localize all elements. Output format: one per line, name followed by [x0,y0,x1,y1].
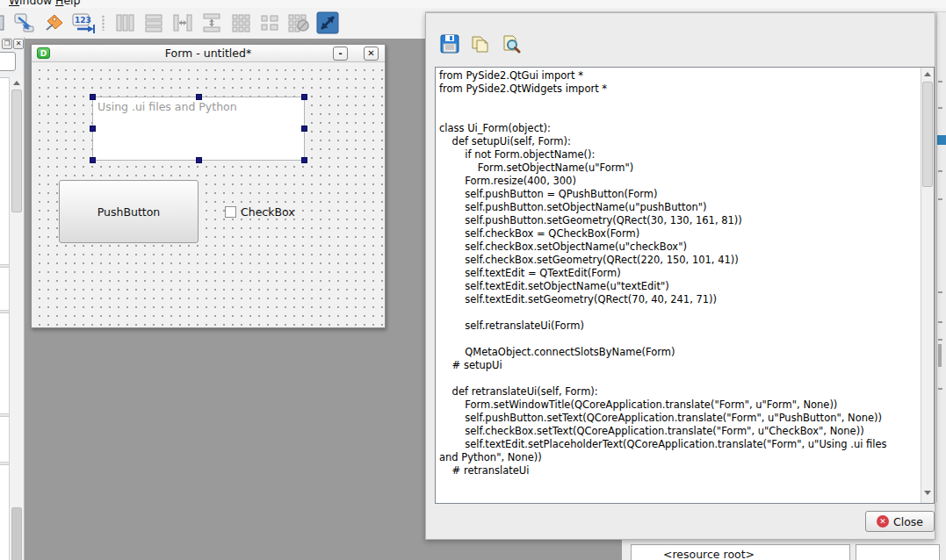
form-minimize-button[interactable]: - [333,47,348,61]
widget-category-divider [0,264,9,268]
menu-bar: Window Help [0,0,946,8]
edit-buddies-button[interactable] [42,11,67,35]
layout-splitter-vertical-icon [201,12,222,33]
designer-form-icon: D [37,47,50,59]
layout-form-button[interactable] [257,11,282,35]
resize-handle-nw[interactable] [90,94,96,100]
form-canvas[interactable]: Using .ui files and Python PushButton Ch… [32,62,385,327]
textedit-widget[interactable]: Using .ui files and Python [92,97,305,161]
close-button-icon: ✕ [877,515,889,528]
resize-handle-w[interactable] [90,126,96,132]
property-editor-sliver [936,12,946,502]
adjust-size-icon [316,11,339,34]
main-toolbar: 123 [0,8,425,39]
checkbox-indicator[interactable] [225,206,236,218]
layout-vertical-button[interactable] [141,11,166,35]
resize-handle-e[interactable] [301,126,307,132]
edit-widgets-icon [0,12,5,33]
pushbutton-label: PushButton [97,205,161,219]
scrollbar-track-end [11,507,22,560]
find-icon [501,34,522,54]
resize-handle-se[interactable] [301,157,307,163]
find-button[interactable] [500,32,523,55]
resize-handle-ne[interactable] [301,94,307,100]
code-view[interactable]: from PySide2.QtGui import * from PySide2… [435,67,935,504]
widget-list[interactable] [0,77,9,560]
edit-widgets-button[interactable] [0,11,7,35]
scroll-up-icon[interactable] [13,81,20,85]
edit-buddies-icon [44,12,65,33]
copy-icon [470,34,491,54]
layout-splitter-horizontal-button[interactable] [170,11,195,35]
edit-tab-order-button[interactable]: 123 [71,11,96,35]
menu-window[interactable]: Window [9,0,52,7]
edit-tab-order-icon: 123 [72,12,95,33]
resource-preview-pane [856,544,940,560]
code-preview-dialog: from PySide2.QtGui import * from PySide2… [425,12,935,540]
property-scroll-thumb[interactable] [938,344,942,367]
dock-close-button[interactable]: ✕ [13,39,24,49]
toolbar-separator [102,15,105,31]
widget-category-divider [0,413,9,417]
widget-category-divider [0,310,9,313]
close-button[interactable]: ✕ Close [865,511,935,532]
resize-handle-sw[interactable] [90,157,96,163]
layout-grid-button[interactable] [228,11,253,35]
layout-horizontal-icon [114,12,135,33]
layout-splitter-vertical-button[interactable] [199,11,224,35]
resize-handle-n[interactable] [196,94,202,100]
scrollbar-thumb[interactable] [11,90,22,212]
code-scrollbar-thumb[interactable] [922,82,933,187]
save-button[interactable] [438,32,461,55]
pushbutton-widget[interactable]: PushButton [59,180,199,243]
layout-form-icon [259,12,280,33]
layout-splitter-horizontal-icon [172,12,193,33]
resize-handle-s[interactable] [196,157,202,163]
break-layout-icon [287,12,310,33]
form-window-titlebar[interactable]: D Form - untitled* - ✕ [32,45,385,62]
checkbox-label: CheckBox [241,205,295,219]
layout-vertical-icon [143,12,164,33]
edit-signals-slots-icon [14,12,35,33]
dialog-toolbar [438,32,523,55]
edit-signals-slots-button[interactable] [12,11,37,35]
textedit-placeholder: Using .ui files and Python [97,100,237,113]
scroll-down-icon[interactable] [924,491,931,495]
resource-tree[interactable]: <resource root> [631,544,850,560]
widget-box-panel: ❐ ✕ [0,37,25,560]
resource-root-item[interactable]: <resource root> [663,548,849,560]
widget-list-scrollbar[interactable] [9,77,23,560]
scroll-up-icon[interactable] [924,72,931,76]
break-layout-button[interactable] [286,11,311,35]
close-button-label: Close [893,515,923,528]
dock-float-button[interactable]: ❐ [2,39,12,49]
form-designer-window[interactable]: D Form - untitled* - ✕ Using .ui files a… [31,44,386,328]
widget-category-divider [0,462,9,465]
layout-horizontal-button[interactable] [112,11,137,35]
form-close-button[interactable]: ✕ [364,47,379,61]
save-icon [440,34,459,54]
adjust-size-button[interactable] [315,11,340,35]
generated-python-code[interactable]: from PySide2.QtGui import * from PySide2… [439,69,918,501]
svg-text:123: 123 [75,16,91,25]
code-scrollbar[interactable] [921,68,934,503]
layout-grid-icon [230,12,251,33]
widget-filter-input[interactable] [0,52,16,71]
copy-button[interactable] [469,32,492,55]
form-window-title: Form - untitled* [32,47,385,60]
checkbox-widget[interactable]: CheckBox [225,205,295,219]
menu-help[interactable]: Help [55,0,81,7]
selected-property-row[interactable] [937,135,946,145]
